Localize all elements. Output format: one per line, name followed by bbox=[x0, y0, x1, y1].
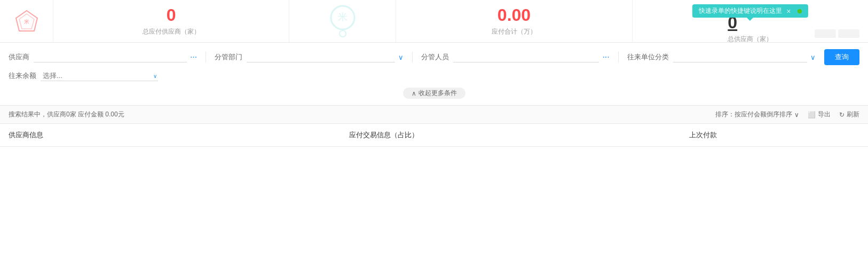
ghost-btn-2 bbox=[838, 29, 859, 38]
refresh-label: 刷新 bbox=[847, 110, 859, 119]
export-button[interactable]: ⬜ 导出 bbox=[808, 110, 831, 119]
stat-value-total-payable-suppliers: 0 bbox=[167, 6, 176, 25]
filter-department: 分管部门 ∨ bbox=[215, 52, 403, 62]
logo-diamond-icon: 米 bbox=[14, 9, 40, 34]
col-header-last-payment: 上次付款 bbox=[689, 130, 859, 140]
query-button[interactable]: 查询 bbox=[824, 49, 859, 65]
filter-area: 供应商 ··· 分管部门 ∨ 分管人员 ··· 往来单位分类 ∨ 查询 bbox=[0, 43, 868, 106]
ghost-btn-1 bbox=[815, 29, 836, 38]
divider-1 bbox=[206, 52, 206, 62]
result-bar: 搜索结果中，供应商0家 应付金额 0.00元 排序：按应付会额倒序排序 ∨ ⬜ … bbox=[0, 106, 868, 124]
sort-label: 排序：按应付会额倒序排序 bbox=[715, 110, 792, 119]
col-header-transaction-info: 应付交易信息（占比） bbox=[349, 130, 690, 140]
filter-unit-category: 往来单位分类 ∨ bbox=[627, 52, 816, 62]
stat-value-payable-total: 0.00 bbox=[498, 6, 531, 25]
collapse-bar: ∧ 收起更多条件 bbox=[9, 85, 859, 103]
result-actions: 排序：按应付会额倒序排序 ∨ ⬜ 导出 ↻ 刷新 bbox=[715, 110, 859, 119]
department-input[interactable] bbox=[247, 52, 394, 62]
manager-dots-button[interactable]: ··· bbox=[602, 52, 609, 62]
stat-total-payable-suppliers: 0 总应付供应商（家） bbox=[53, 0, 289, 42]
stat-label-total-suppliers: 总供应商（家） bbox=[728, 35, 772, 44]
export-label: 导出 bbox=[818, 110, 831, 119]
collapse-button[interactable]: ∧ 收起更多条件 bbox=[403, 88, 465, 99]
top-stats-bar: 米 0 总应付供应商（家） 米 0.00 应付合计（万） 快速录单的快捷键说明在… bbox=[0, 0, 868, 43]
sort-arrow-icon: ∨ bbox=[794, 111, 799, 119]
supplier-label: 供应商 bbox=[9, 52, 29, 62]
supplier-input[interactable] bbox=[34, 52, 187, 62]
stat-label-total-payable-suppliers: 总应付供应商（家） bbox=[143, 27, 200, 36]
balance-select-wrapper: ∨ bbox=[41, 70, 158, 81]
filter-row-1: 供应商 ··· 分管部门 ∨ 分管人员 ··· 往来单位分类 ∨ 查询 bbox=[9, 49, 859, 65]
svg-text:米: 米 bbox=[338, 12, 348, 22]
manager-input[interactable] bbox=[453, 52, 599, 62]
table-container: 供应商信息 应付交易信息（占比） 上次付款 bbox=[0, 124, 868, 275]
ghost-buttons bbox=[815, 29, 859, 38]
logo-area: 米 bbox=[0, 0, 53, 42]
result-summary: 搜索结果中，供应商0家 应付金额 0.00元 bbox=[9, 110, 124, 119]
supplier-dots-button[interactable]: ··· bbox=[190, 52, 197, 62]
stat-label-payable-total: 应付合计（万） bbox=[492, 27, 536, 36]
department-label: 分管部门 bbox=[215, 52, 242, 62]
unit-category-arrow-icon[interactable]: ∨ bbox=[810, 53, 816, 61]
col-header-supplier-info: 供应商信息 bbox=[9, 130, 349, 140]
middle-icon-area: 米 bbox=[289, 0, 396, 42]
department-arrow-icon[interactable]: ∨ bbox=[398, 53, 404, 61]
manager-label: 分管人员 bbox=[421, 52, 449, 62]
balance-select[interactable] bbox=[41, 70, 158, 81]
tooltip-dot-icon bbox=[797, 9, 801, 13]
tooltip-close-button[interactable]: × bbox=[786, 7, 791, 15]
stat-total-suppliers: 快速录单的快捷键说明在这里 × 0 总供应商（家） bbox=[633, 0, 868, 42]
export-icon: ⬜ bbox=[808, 111, 816, 119]
refresh-icon: ↻ bbox=[839, 111, 845, 119]
tooltip-text: 快速录单的快捷键说明在这里 bbox=[699, 6, 782, 15]
filter-row-2: 往来余额 ∨ bbox=[9, 70, 859, 81]
collapse-arrow-icon: ∧ bbox=[412, 90, 416, 97]
stat-payable-total: 0.00 应付合计（万） bbox=[396, 0, 632, 42]
table-body bbox=[0, 147, 868, 275]
divider-2 bbox=[412, 52, 413, 62]
refresh-button[interactable]: ↻ 刷新 bbox=[839, 110, 859, 119]
balance-label: 往来余额 bbox=[9, 71, 36, 81]
filter-supplier: 供应商 ··· bbox=[9, 52, 197, 62]
filter-manager: 分管人员 ··· bbox=[421, 52, 610, 62]
table-header: 供应商信息 应付交易信息（占比） 上次付款 bbox=[0, 124, 868, 147]
divider-3 bbox=[618, 52, 619, 62]
unit-category-label: 往来单位分类 bbox=[627, 52, 669, 62]
svg-text:米: 米 bbox=[24, 19, 29, 25]
shortcut-tooltip: 快速录单的快捷键说明在这里 × bbox=[692, 4, 808, 18]
collapse-label: 收起更多条件 bbox=[419, 89, 457, 98]
sort-selector[interactable]: 排序：按应付会额倒序排序 ∨ bbox=[715, 110, 799, 119]
svg-point-5 bbox=[340, 30, 346, 37]
filter-balance: 往来余额 ∨ bbox=[9, 70, 158, 81]
unit-category-input[interactable] bbox=[673, 52, 807, 62]
mint-icon: 米 bbox=[324, 3, 361, 40]
